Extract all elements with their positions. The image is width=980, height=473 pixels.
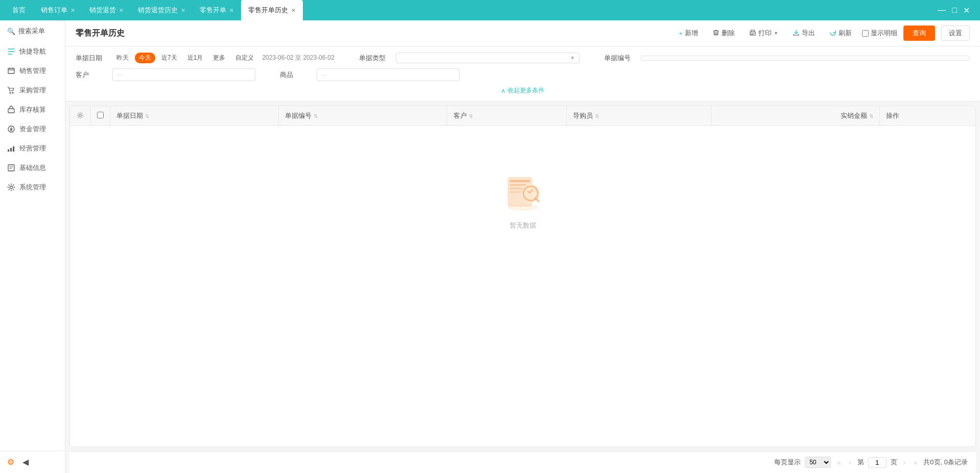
show-detail-input[interactable] <box>862 30 869 37</box>
query-button[interactable]: 查询 <box>903 26 935 41</box>
toolbar-add-btn[interactable]: + 新增 <box>675 27 702 40</box>
sidebar-item-inventory-label: 库存核算 <box>19 105 46 114</box>
th-settings[interactable] <box>70 106 90 126</box>
toolbar-print-btn[interactable]: 打印 ▼ <box>745 27 782 40</box>
win-minimize[interactable]: — <box>938 6 946 15</box>
page-next-btn[interactable]: › <box>901 458 907 467</box>
inventory-icon <box>7 106 15 114</box>
show-detail-checkbox[interactable]: 显示明细 <box>862 29 897 38</box>
date-btn-more[interactable]: 更多 <box>209 53 229 63</box>
sidebar-item-finance[interactable]: 资金管理 <box>0 119 65 139</box>
tab-sales-order[interactable]: 销售订单 ✕ <box>34 0 82 20</box>
th-checkbox[interactable] <box>90 106 110 126</box>
sidebar-item-purchase-mgmt[interactable]: 采购管理 <box>0 81 65 100</box>
tab-retail-open[interactable]: 零售开单 ✕ <box>193 0 241 20</box>
th-action-label: 操作 <box>886 112 899 119</box>
goods-input-dots: ··· <box>321 71 327 79</box>
operations-icon <box>7 144 15 153</box>
sidebar-item-sales-mgmt[interactable]: 销售管理 <box>0 61 65 81</box>
toolbar: + 新增 删除 打印 ▼ <box>675 26 970 41</box>
date-btn-1month[interactable]: 近1月 <box>183 53 207 63</box>
type-filter-select[interactable]: ▼ <box>396 53 580 63</box>
add-label: 新增 <box>685 29 698 38</box>
th-number-sort-icon: ⇅ <box>314 113 318 119</box>
toolbar-refresh-btn[interactable]: 刷新 <box>825 27 856 40</box>
date-btn-custom[interactable]: 自定义 <box>231 53 258 63</box>
page-label-pre: 第 <box>857 458 864 467</box>
th-date-sort-icon: ⇅ <box>145 113 149 119</box>
sidebar-search[interactable]: 🔍 搜索采单 <box>0 20 65 42</box>
per-page-label: 每页显示 <box>774 458 801 467</box>
th-number[interactable]: 单据编号 ⇅ <box>278 106 447 126</box>
main-layout: 🔍 搜索采单 快捷导航 销售管理 采购管理 库存核算 <box>0 20 980 473</box>
sidebar-item-sys-mgmt[interactable]: 系统管理 <box>0 178 65 197</box>
tab-retail-open-history[interactable]: 零售开单历史 ✕ <box>241 0 303 20</box>
sidebar-item-quick-nav-label: 快捷导航 <box>19 47 46 56</box>
tab-sales-order-label: 销售订单 <box>41 6 67 15</box>
tab-home-label: 首页 <box>12 6 26 15</box>
page-title: 零售开单历史 <box>76 28 125 39</box>
th-amount[interactable]: 实销金额 ⇅ <box>711 106 879 126</box>
page-size-select[interactable]: 50 10 20 100 <box>805 457 831 468</box>
sidebar-item-quick-nav[interactable]: 快捷导航 <box>0 42 65 61</box>
tab-sales-return-history[interactable]: 销货退货历史 ✕ <box>131 0 193 20</box>
th-date[interactable]: 单据日期 ⇅ <box>110 106 278 126</box>
sidebar-item-operations-label: 经营管理 <box>19 144 46 153</box>
tab-sales-return[interactable]: 销货退货 ✕ <box>82 0 131 20</box>
toolbar-export-btn[interactable]: 导出 <box>788 27 819 40</box>
sidebar-settings-btn[interactable]: ⚙ <box>7 457 14 467</box>
refresh-label: 刷新 <box>839 29 852 38</box>
th-salesperson[interactable]: 导购员 ⇅ <box>567 106 711 126</box>
tab-sales-return-close[interactable]: ✕ <box>119 7 124 14</box>
th-customer[interactable]: 客户 ⇅ <box>447 106 567 126</box>
page-last-btn[interactable]: » <box>912 458 919 467</box>
sidebar: 🔍 搜索采单 快捷导航 销售管理 采购管理 库存核算 <box>0 20 65 473</box>
finance-icon <box>7 125 15 133</box>
tab-sales-return-history-close[interactable]: ✕ <box>181 7 185 14</box>
collapse-conditions-btn[interactable]: ∧ 收起更多条件 <box>76 86 970 95</box>
page-header: 零售开单历史 + 新增 删除 打印 ▼ <box>65 20 980 46</box>
sidebar-item-operations[interactable]: 经营管理 <box>0 139 65 158</box>
tab-home[interactable]: 首页 <box>4 0 34 20</box>
empty-icon <box>497 167 548 213</box>
sidebar-search-label: 搜索采单 <box>18 27 45 36</box>
tab-retail-open-history-label: 零售开单历史 <box>248 6 288 15</box>
date-btn-today[interactable]: 今天 <box>135 53 155 63</box>
page-number-input[interactable] <box>868 457 887 468</box>
sidebar-item-base-info[interactable]: 基础信息 <box>0 158 65 178</box>
th-customer-label: 客户 <box>453 111 467 120</box>
win-maximize[interactable]: □ <box>952 6 957 15</box>
select-all-checkbox[interactable] <box>97 112 104 118</box>
print-dropdown-icon[interactable]: ▼ <box>774 31 778 36</box>
toolbar-delete-btn[interactable]: 删除 <box>708 27 739 40</box>
number-filter-input[interactable] <box>641 56 970 61</box>
svg-rect-7 <box>13 146 14 152</box>
content-area: 零售开单历史 + 新增 删除 打印 ▼ <box>65 20 980 473</box>
page-first-btn[interactable]: « <box>835 458 843 467</box>
svg-point-2 <box>12 92 13 93</box>
customer-input-dots: ··· <box>117 71 123 79</box>
empty-text: 暂无数据 <box>510 221 536 230</box>
page-prev-btn[interactable]: ‹ <box>847 458 853 467</box>
setting-button[interactable]: 设置 <box>941 26 970 41</box>
sidebar-item-finance-label: 资金管理 <box>19 125 46 134</box>
export-icon <box>793 29 800 38</box>
svg-rect-0 <box>8 68 14 73</box>
date-btn-yesterday[interactable]: 昨天 <box>112 53 133 63</box>
th-salesperson-label: 导购员 <box>573 111 593 120</box>
print-icon <box>749 29 756 38</box>
pagination: 每页显示 50 10 20 100 « ‹ 第 页 › » 共0页, 0条记录 <box>69 451 976 473</box>
th-amount-label: 实销金额 <box>841 111 867 120</box>
date-btn-7days[interactable]: 近7天 <box>157 53 181 63</box>
tab-retail-open-history-close[interactable]: ✕ <box>291 7 296 14</box>
empty-state: 暂无数据 <box>70 126 975 271</box>
tab-sales-order-close[interactable]: ✕ <box>70 7 75 14</box>
win-close[interactable]: ✕ <box>963 6 970 15</box>
sidebar-item-inventory[interactable]: 库存核算 <box>0 100 65 119</box>
customer-filter-input[interactable]: ··· <box>112 68 255 81</box>
tab-retail-open-close[interactable]: ✕ <box>229 7 234 14</box>
svg-point-11 <box>79 114 81 116</box>
goods-filter-input[interactable]: ··· <box>317 68 460 81</box>
tab-bar: 首页 销售订单 ✕ 销货退货 ✕ 销货退货历史 ✕ 零售开单 ✕ 零售开单历史 … <box>0 0 980 20</box>
sidebar-collapse-btn[interactable]: ◀ <box>22 457 29 467</box>
